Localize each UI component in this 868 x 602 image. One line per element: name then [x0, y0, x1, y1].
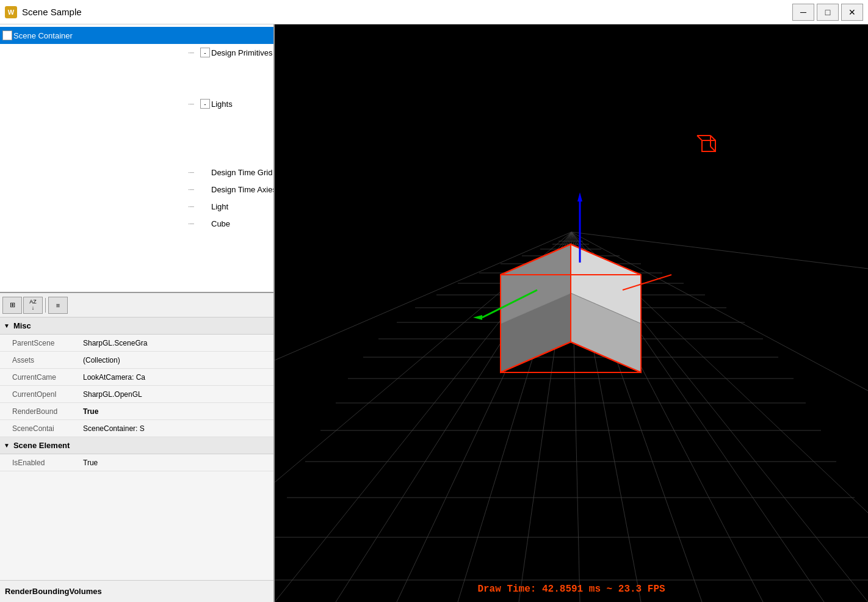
tree-indent	[2, 167, 12, 177]
tree-item-design-primitives[interactable]: ·─-Design Primitives	[0, 44, 273, 61]
tree-indent	[71, 184, 81, 194]
minimize-button[interactable]: ─	[792, 4, 814, 21]
tree-indent	[178, 99, 188, 109]
prop-row-renderbound[interactable]: RenderBound True	[0, 403, 273, 420]
tree-indent	[110, 133, 120, 143]
tree-item-design-time-axies-2[interactable]: ·─Design Time Axies	[0, 181, 273, 198]
tree-indent	[51, 65, 61, 74]
prop-name: ParentScene	[0, 339, 79, 347]
scene-tree[interactable]: -Scene Container ·─-Design Primitives │ …	[0, 24, 273, 293]
close-button[interactable]: ✕	[841, 4, 863, 21]
tree-indent	[100, 82, 110, 92]
tree-item-label: Design Time Axies	[211, 185, 273, 194]
tree-indent	[81, 184, 90, 194]
tree-indent	[32, 167, 42, 177]
tree-indent	[71, 219, 81, 228]
tree-item-light[interactable]: ·─Light	[0, 198, 273, 215]
tree-expander[interactable]: -	[200, 99, 210, 109]
prop-name: Assets	[0, 356, 79, 364]
tree-indent	[61, 184, 71, 194]
prop-row-assets[interactable]: Assets (Collection)	[0, 352, 273, 369]
tree-indent	[178, 184, 188, 194]
tree-expander[interactable]: -	[200, 48, 210, 57]
prop-row-parentscene[interactable]: ParentScene SharpGL.SceneGra	[0, 335, 273, 352]
tree-indent	[198, 116, 208, 126]
tree-indent	[51, 82, 61, 92]
tree-indent	[247, 116, 256, 126]
tree-indent	[2, 219, 12, 228]
alphabetical-view-button[interactable]: AZ↓	[23, 297, 43, 314]
tree-indent	[129, 167, 139, 177]
tree-connector: ·─	[188, 169, 200, 176]
property-panel[interactable]: ▼Misc ParentScene SharpGL.SceneGra Asset…	[0, 317, 273, 580]
tree-indent	[129, 201, 139, 211]
tree-indent	[32, 184, 42, 194]
prop-row-currentcame[interactable]: CurrentCame LookAtCamera: Ca	[0, 369, 273, 386]
prop-row-isenabled[interactable]: IsEnabled True	[0, 454, 273, 471]
tree-indent	[81, 150, 90, 160]
tree-indent	[90, 167, 100, 177]
tree-indent	[129, 65, 139, 74]
tree-indent	[139, 65, 149, 74]
tree-indent	[208, 82, 217, 92]
tree-indent	[129, 184, 139, 194]
tree-indent	[149, 82, 159, 92]
tree-indent	[90, 48, 100, 57]
window-title: Scene Sample	[22, 7, 82, 17]
tree-connector: ·─	[188, 220, 200, 227]
tree-item-design-time-axies-1[interactable]: │ ·─Design Time Axies	[0, 78, 273, 95]
prop-row-currentopeni[interactable]: CurrentOpenI SharpGL.OpenGL	[0, 386, 273, 403]
tree-indent	[149, 133, 159, 143]
tree-indent	[120, 116, 129, 126]
property-toolbar: ⊞ AZ↓ ≡	[0, 293, 273, 317]
tree-connector: ·─	[188, 186, 200, 193]
tree-item-light-1[interactable]: │ ·─Light 1	[0, 112, 273, 129]
tree-indent	[237, 65, 247, 74]
title-bar-left: W Scene Sample	[5, 6, 82, 18]
tree-item-cube[interactable]: ·─Cube	[0, 215, 273, 232]
property-pages-button[interactable]: ≡	[48, 297, 68, 314]
tree-indent	[159, 82, 168, 92]
tree-indent	[149, 150, 159, 160]
tree-indent	[159, 167, 168, 177]
tree-indent	[110, 167, 120, 177]
tree-indent	[178, 133, 188, 143]
prop-section-misc[interactable]: ▼Misc	[0, 317, 273, 335]
tree-indent	[12, 184, 22, 194]
tree-expander[interactable]: -	[2, 31, 12, 40]
tree-indent	[129, 150, 139, 160]
tree-indent	[71, 150, 81, 160]
tree-indent	[100, 133, 110, 143]
tree-indent	[32, 133, 42, 143]
tree-item-light-2[interactable]: │ ·─Light 2	[0, 129, 273, 147]
tree-indent	[139, 133, 149, 143]
tree-indent	[256, 133, 266, 143]
maximize-button[interactable]: □	[817, 4, 839, 21]
prop-row-scenecontai[interactable]: SceneContai SceneContainer: S	[0, 420, 273, 437]
tree-indent	[90, 201, 100, 211]
tree-indent	[2, 201, 12, 211]
tree-item-lights[interactable]: ·─-Lights	[0, 95, 273, 112]
tree-indent	[120, 82, 129, 92]
tree-indent	[51, 201, 61, 211]
tree-indent	[266, 116, 273, 126]
tree-connector: ·─	[188, 101, 200, 107]
tree-indent	[208, 65, 217, 74]
tree-indent	[129, 116, 139, 126]
tree-indent	[110, 150, 120, 160]
tree-indent	[51, 167, 61, 177]
section-title: Scene Element	[13, 441, 70, 450]
tree-item-design-time-grid-2[interactable]: ·─Design Time Grid	[0, 164, 273, 181]
tree-indent	[129, 219, 139, 228]
tree-indent	[149, 167, 159, 177]
tree-item-design-time-grid-1[interactable]: │ ·─Design Time Grid	[0, 61, 273, 78]
tree-item-scene-container[interactable]: -Scene Container	[0, 27, 273, 44]
prop-section-scene-element[interactable]: ▼Scene Element	[0, 437, 273, 454]
categorized-view-button[interactable]: ⊞	[2, 297, 22, 314]
tree-indent	[159, 184, 168, 194]
tree-indent	[12, 201, 22, 211]
tree-indent	[90, 82, 100, 92]
tree-indent	[139, 219, 149, 228]
tree-indent	[256, 65, 266, 74]
tree-item-light-3[interactable]: │ ·─Light 3	[0, 147, 273, 164]
